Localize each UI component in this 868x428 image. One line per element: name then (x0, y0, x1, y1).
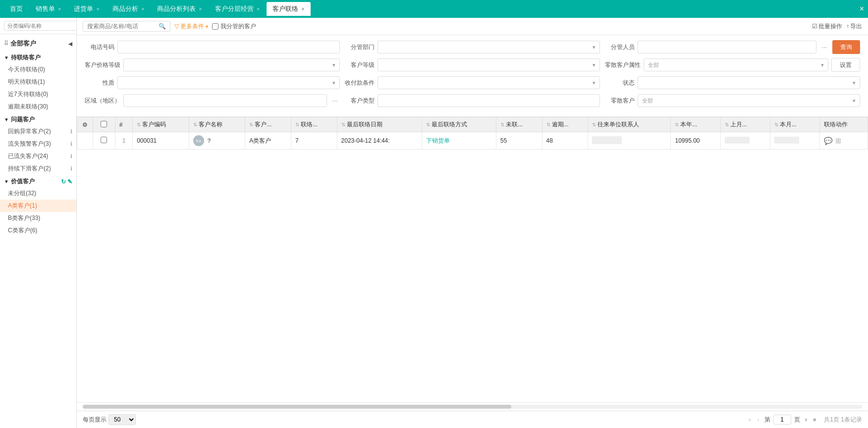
filter-search-input[interactable] (87, 23, 157, 30)
filter-search-icon[interactable]: 🔍 (159, 23, 166, 30)
scrollbar-thumb[interactable] (83, 405, 511, 409)
tab-goods-analysis-close[interactable]: × (141, 6, 144, 12)
bulk-op-icon: ☑ (812, 23, 817, 30)
all-customers-header[interactable]: ⠿ 全部客户 ◀ (0, 36, 76, 51)
col-customer-type[interactable]: ⇅ 客户... (245, 117, 291, 132)
filter-status-select[interactable]: ▾ (638, 76, 860, 89)
tab-purchase[interactable]: 进货单 × (68, 2, 105, 16)
col-last-month[interactable]: ⇅ 上月... (720, 117, 770, 132)
col-code[interactable]: ⇅ 客户编码 (133, 117, 189, 132)
value-edit-btn[interactable]: ✎ (67, 178, 72, 185)
sidebar-item-b-customers[interactable]: B类客户(33) (0, 212, 76, 224)
tab-purchase-close[interactable]: × (96, 6, 99, 12)
sidebar-item-repurchase-abnormal[interactable]: 回购异常客户(2) ℹ (0, 125, 76, 138)
next-page-btn[interactable]: › (803, 415, 809, 424)
value-refresh-btn[interactable]: ↻ (61, 178, 66, 185)
tab-customer-segment-close[interactable]: × (257, 6, 260, 12)
section-label-problem: 问题客户 (11, 115, 35, 124)
sidebar-item-churn-warning[interactable]: 流失预警客户(3) ℹ (0, 138, 76, 150)
prev-page-btn[interactable]: ‹ (756, 415, 761, 424)
sidebar-item-overdue-pending[interactable]: 逾期未联络(30) (0, 101, 76, 113)
pagination: « ‹ 第 页 › » 共1页 1条记录 (746, 415, 862, 425)
query-button[interactable]: 查询 (832, 40, 860, 54)
section-label-pending: 待联络客户 (11, 54, 41, 62)
tab-goods-analysis[interactable]: 商品分析 × (107, 2, 150, 16)
sort-icon-year: ⇅ (675, 122, 679, 127)
tab-bar-close[interactable]: × (860, 4, 864, 13)
filter-payment-select[interactable]: ▾ (378, 76, 600, 89)
sidebar-item-ungrouped[interactable]: 未分组(32) (0, 187, 76, 200)
sidebar-item-churned[interactable]: 已流失客户(24) ℹ (0, 150, 76, 162)
filter-region: 区域（地区） ··· (85, 94, 340, 107)
filter-nature-select[interactable]: ▾ (117, 76, 340, 89)
section-value-customers[interactable]: ▼ 价值客户 ↻ ✎ (0, 175, 76, 187)
filter-price-grade: 客户价格等级 ▾ (85, 58, 340, 72)
my-customers-checkbox[interactable] (212, 23, 218, 30)
horizontal-scrollbar[interactable] (77, 402, 868, 411)
filter-retail-attr-select[interactable]: 全部 ▾ (644, 58, 828, 71)
section-pending-contact[interactable]: ▼ 待联络客户 (0, 51, 76, 63)
page-input[interactable] (773, 415, 791, 425)
filter-customer-type-select[interactable] (378, 94, 600, 107)
filter-retail-customer-select[interactable]: 全部 ▾ (638, 94, 860, 107)
filter-region-input[interactable] (123, 94, 327, 107)
col-gear[interactable]: ⚙ (77, 117, 93, 132)
gear-icon[interactable]: ⚙ (82, 121, 88, 128)
action-chat-icon[interactable]: 💬 (824, 137, 832, 145)
col-no-contact[interactable]: ⇅ 未联... (496, 117, 542, 132)
filter-payment: 收付款条件 ▾ (345, 76, 600, 90)
main-layout: 🔍 ⠿ 全部客户 ◀ ▼ 待联络客户 今天待联络(0) 明天 (0, 18, 868, 428)
filter-dept-select[interactable]: ▾ (378, 41, 600, 54)
page-size-select[interactable]: 20 50 100 200 (108, 414, 136, 425)
col-last-contact-method[interactable]: ⇅ 最后联络方式 (422, 117, 496, 132)
tab-customer-segment[interactable]: 客户分层经营 × (209, 2, 266, 16)
sidebar-item-declining[interactable]: 持续下滑客户(2) ℹ (0, 162, 76, 175)
row-checkbox-cell (93, 132, 115, 150)
filter-price-grade-select[interactable]: ▾ (123, 58, 340, 71)
row-unit-contact-placeholder (592, 136, 622, 144)
col-this-year[interactable]: ⇅ 本年... (671, 117, 720, 132)
col-last-contact-date[interactable]: ⇅ 最后联络日期 (337, 117, 422, 132)
row-customer-type: A类客户 (245, 132, 291, 150)
setting-button[interactable]: 设置 (831, 58, 860, 72)
export-button[interactable]: ↑ 导出 (846, 22, 862, 31)
first-page-btn[interactable]: « (746, 415, 754, 424)
filter-my-customers[interactable]: 我分管的客户 (212, 22, 256, 31)
col-name[interactable]: ⇅ 客户名称 (189, 117, 245, 132)
sidebar-item-a-customers[interactable]: A类客户(1) (0, 200, 76, 212)
tab-goods-analysis-list-close[interactable]: × (199, 6, 202, 12)
scrollbar-track[interactable] (83, 405, 862, 409)
filter-region-more[interactable]: ··· (330, 97, 340, 105)
section-problem-customers[interactable]: ▼ 问题客户 (0, 113, 76, 125)
col-overdue[interactable]: ⇅ 逾期... (542, 117, 588, 132)
filter-bar: 🔍 ▽ 更多条件 ▾ 我分管的客户 ☑ 批量操作 ↑ 导出 (77, 18, 868, 35)
col-this-month[interactable]: ⇅ 本月... (770, 117, 819, 132)
tab-customer-contact[interactable]: 客户联络 × (267, 2, 310, 16)
select-all-checkbox[interactable] (101, 121, 107, 127)
tab-home[interactable]: 首页 (4, 2, 29, 16)
tab-sales-close[interactable]: × (58, 6, 61, 12)
grid-icon: ⠿ (4, 40, 8, 47)
sidebar-item-today-pending[interactable]: 今天待联络(0) (0, 63, 76, 76)
filter-phone-input[interactable] (117, 41, 340, 54)
sidebar-search-input[interactable] (4, 21, 77, 31)
action-qr-icon[interactable]: ⊞ (835, 137, 841, 145)
sidebar-item-7days-pending[interactable]: 近7天待联络(0) (0, 88, 76, 101)
filter-person-input[interactable] (638, 41, 816, 54)
row-contact-method-link[interactable]: 下销货单 (426, 137, 450, 144)
bulk-op-button[interactable]: ☑ 批量操作 (812, 22, 842, 31)
last-page-btn[interactable]: » (811, 415, 818, 424)
filter-customer-grade-select[interactable]: ▾ (378, 58, 600, 71)
sidebar-item-c-customers[interactable]: C类客户(6) (0, 224, 76, 237)
row-checkbox[interactable] (101, 137, 107, 143)
col-contact-count[interactable]: ⇅ 联络... (291, 117, 337, 132)
filter-person-more[interactable]: ··· (819, 43, 829, 51)
filter-more-conditions[interactable]: ▽ 更多条件 ▾ (174, 22, 208, 31)
col-unit-contact[interactable]: ⇅ 往来单位联系人 (588, 117, 671, 132)
tab-goods-analysis-list[interactable]: 商品分析列表 × (151, 2, 208, 16)
filter-panel: 电话号码 分管部门 ▾ 分管人员 ··· 查询 (77, 35, 868, 117)
tab-sales[interactable]: 销售单 × (30, 2, 67, 16)
sidebar-collapse-icon[interactable]: ◀ (68, 41, 72, 47)
tab-customer-contact-close[interactable]: × (301, 6, 304, 12)
sidebar-item-tomorrow-pending[interactable]: 明天待联络(1) (0, 76, 76, 88)
